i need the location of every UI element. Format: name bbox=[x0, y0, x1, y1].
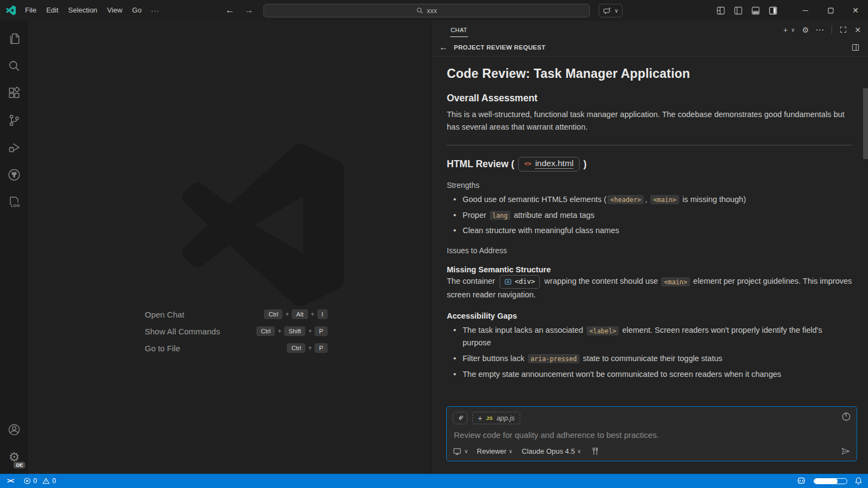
bullet-icon: • bbox=[447, 352, 463, 365]
chat-settings-gear-icon[interactable]: ⚙ bbox=[802, 26, 809, 34]
chat-more-actions-icon[interactable]: ··· bbox=[816, 26, 824, 34]
chat-paragraph: This is a well-structured, functional ta… bbox=[447, 108, 853, 133]
shortcut-label: Open Chat bbox=[145, 310, 184, 319]
shortcut-keys: Ctrl+P bbox=[287, 343, 328, 353]
copilot-menu-button[interactable]: ∨ bbox=[599, 4, 623, 17]
command-center-search[interactable]: xxx bbox=[263, 4, 590, 17]
text-run: The task input lacks an associated bbox=[463, 326, 586, 334]
inline-code: <main> bbox=[650, 195, 679, 204]
bold-heading: Missing Semantic Structure bbox=[447, 265, 853, 274]
quota-gauge-icon[interactable] bbox=[841, 412, 851, 422]
search-value: xxx bbox=[427, 7, 437, 15]
toggle-primary-sidebar-icon[interactable] bbox=[734, 6, 743, 15]
heading-text: HTML Review ( bbox=[447, 158, 514, 170]
quota-progress-fill bbox=[814, 479, 838, 484]
file-name: index.html bbox=[535, 158, 574, 169]
keycap: Shift bbox=[284, 326, 305, 336]
account-button[interactable] bbox=[0, 416, 28, 443]
warning-count: 0 bbox=[52, 477, 56, 485]
close-panel-icon[interactable]: ✕ bbox=[854, 26, 861, 34]
chat-input-box[interactable]: + JS app.js Review code for quality and … bbox=[446, 406, 857, 461]
menu-view[interactable]: View bbox=[102, 4, 127, 17]
file-reference-chip[interactable]: <>index.html bbox=[518, 157, 580, 172]
toggle-secondary-sidebar-icon[interactable] bbox=[768, 6, 778, 15]
title-bar: File Edit Selection View Go ··· ← → xxx … bbox=[0, 0, 868, 21]
plus-separator: + bbox=[278, 327, 281, 335]
shortcut-row: Go to FileCtrl+P bbox=[145, 342, 328, 354]
attached-file-chip[interactable]: + JS app.js bbox=[472, 412, 520, 424]
nav-forward-icon[interactable]: → bbox=[244, 5, 254, 16]
keycap: P bbox=[315, 326, 328, 336]
text-run: , bbox=[645, 195, 649, 204]
toggle-panel-icon[interactable] bbox=[751, 6, 760, 15]
sidebar-item-search[interactable] bbox=[0, 52, 28, 80]
sidebar-item-extensions[interactable] bbox=[0, 80, 28, 107]
chevron-down-icon: ∨ bbox=[509, 448, 513, 454]
minimize-button[interactable]: ─ bbox=[793, 0, 818, 21]
symbol-chip[interactable]: <div> bbox=[500, 275, 540, 289]
chevron-down-icon: ∨ bbox=[614, 8, 618, 14]
nav-back-icon[interactable]: ← bbox=[225, 5, 235, 16]
js-file-icon: JS bbox=[486, 415, 493, 421]
notifications-bell-icon[interactable] bbox=[854, 477, 863, 485]
chat-title: Code Review: Task Manager Application bbox=[447, 66, 853, 81]
menu-file[interactable]: File bbox=[20, 4, 41, 17]
agent-mode-label: Reviewer bbox=[477, 447, 506, 455]
sidebar-item-log-output[interactable]: LOG bbox=[0, 188, 28, 216]
new-chat-button[interactable]: + bbox=[783, 26, 787, 34]
tab-chat[interactable]: CHAT bbox=[450, 22, 468, 37]
attach-context-button[interactable] bbox=[453, 412, 467, 424]
remote-indicator[interactable]: >< bbox=[4, 474, 16, 488]
inline-code: <main> bbox=[661, 277, 690, 286]
tools-button[interactable] bbox=[590, 447, 600, 456]
subsection-label: Strengths bbox=[447, 181, 853, 190]
maximize-button[interactable] bbox=[818, 0, 843, 21]
shortcut-keys: Ctrl+Shift+P bbox=[256, 326, 328, 336]
heading-text: ) bbox=[583, 158, 587, 170]
html-file-icon: <> bbox=[524, 160, 531, 167]
chat-paragraph: The container <div> wrapping the content… bbox=[447, 275, 853, 301]
sidebar-item-run-debug[interactable] bbox=[0, 134, 28, 161]
session-target-dropdown[interactable]: ∨ bbox=[453, 447, 468, 456]
settings-gear-button[interactable]: ⚙ DE bbox=[0, 443, 28, 471]
more-menus-icon[interactable]: ··· bbox=[146, 7, 164, 15]
vscode-logo-icon bbox=[6, 5, 16, 15]
copilot-chat-icon bbox=[603, 7, 612, 15]
chat-input-field[interactable]: Review code for quality and adherence to… bbox=[453, 424, 851, 446]
customize-layout-icon[interactable] bbox=[716, 6, 725, 15]
bullet-icon: • bbox=[447, 324, 463, 349]
menu-go[interactable]: Go bbox=[127, 4, 146, 17]
copilot-quota-progress[interactable] bbox=[814, 478, 847, 484]
menu-selection[interactable]: Selection bbox=[63, 4, 102, 17]
plus-separator: + bbox=[308, 344, 312, 352]
chat-scrollbar[interactable] bbox=[863, 88, 868, 159]
list-item: •The task input lacks an associated <lab… bbox=[447, 324, 853, 349]
maximize-panel-icon[interactable] bbox=[839, 26, 847, 34]
model-picker-dropdown[interactable]: Claude Opus 4.5 ∨ bbox=[522, 447, 581, 455]
inline-code: lang bbox=[490, 211, 510, 220]
sidebar-item-explorer[interactable] bbox=[0, 25, 28, 52]
new-chat-dropdown-icon[interactable]: ∨ bbox=[791, 27, 795, 33]
activity-bar: LOG ⚙ DE bbox=[0, 21, 28, 474]
inline-code: aria-pressed bbox=[528, 354, 580, 363]
menu-edit[interactable]: Edit bbox=[41, 4, 63, 17]
problems-indicator[interactable]: 0 0 bbox=[21, 474, 59, 488]
sidebar-item-source-control[interactable] bbox=[0, 107, 28, 134]
list-item-text: The task input lacks an associated <labe… bbox=[463, 324, 853, 349]
list-item: •Filter buttons lack aria-pressed state … bbox=[447, 352, 853, 365]
send-button[interactable] bbox=[840, 446, 851, 456]
agent-mode-dropdown[interactable]: Reviewer ∨ bbox=[477, 447, 513, 455]
text-run: Proper bbox=[463, 211, 489, 219]
chat-message-content: Code Review: Task Manager ApplicationOve… bbox=[432, 57, 868, 402]
close-window-button[interactable]: ✕ bbox=[843, 0, 868, 21]
inline-code: <label> bbox=[587, 326, 619, 335]
sidebar-item-github[interactable] bbox=[0, 161, 28, 188]
text-run: Good use of semantic HTML5 elements ( bbox=[463, 195, 606, 204]
attached-file-name: app.js bbox=[496, 414, 514, 422]
open-in-editor-icon[interactable] bbox=[851, 43, 860, 52]
shortcut-label: Go to File bbox=[145, 344, 180, 353]
copilot-status-icon[interactable] bbox=[796, 477, 807, 486]
section-heading: Overall Assessment bbox=[447, 93, 853, 104]
thread-title: PROJECT REVIEW REQUEST bbox=[454, 44, 545, 51]
thread-back-icon[interactable]: ← bbox=[439, 42, 448, 52]
